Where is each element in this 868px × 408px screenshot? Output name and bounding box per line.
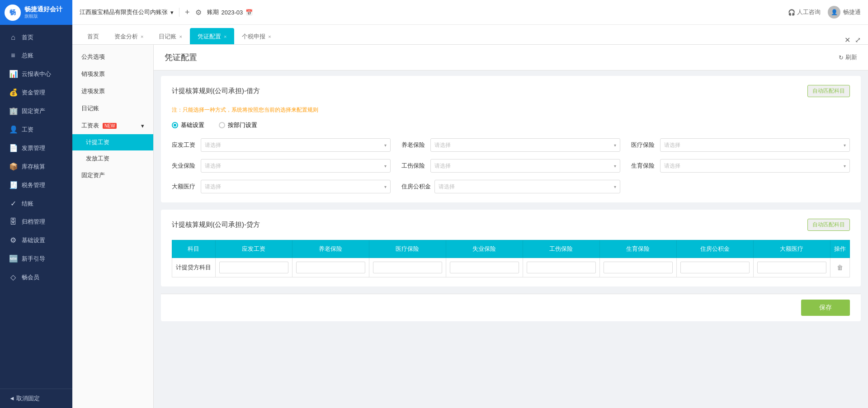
save-button[interactable]: 保存	[801, 300, 850, 316]
table-row: 计提贷方科目 🗑	[172, 258, 850, 277]
tab-tax[interactable]: 个税申报 ×	[234, 28, 278, 44]
sidebar-item-tax[interactable]: 🧾 税务管理	[0, 176, 72, 194]
yingfa-select[interactable]: 请选择 ▾	[201, 138, 391, 152]
sidebar-item-assets[interactable]: 🏢 固定资产	[0, 102, 72, 120]
cell-gongshang[interactable]	[523, 258, 599, 277]
sidebar-item-funds[interactable]: 💰 资金管理	[0, 83, 72, 102]
sidebar-item-guide[interactable]: 🆕 新手引导	[0, 249, 72, 268]
expand-button[interactable]: ⤢	[855, 36, 861, 44]
cell-yiliao-input[interactable]	[373, 262, 442, 273]
cell-yingfa[interactable]	[215, 258, 292, 277]
chevron-down-icon: ▾	[614, 143, 616, 148]
new-badge: NEW	[103, 123, 117, 129]
sub-nav-salary-table[interactable]: 工资表 NEW ▾	[72, 117, 153, 134]
tab-actions: ✕ ⤢	[844, 36, 861, 44]
cell-daejiliao[interactable]	[753, 258, 830, 277]
period-selector[interactable]: 账期 2023-03 📅	[207, 8, 253, 16]
sidebar-item-label: 总账	[22, 52, 33, 60]
tab-journal[interactable]: 日记账 ×	[151, 28, 189, 44]
service-button[interactable]: 🎧 人工咨询	[788, 8, 821, 16]
daejiliao-select[interactable]: 请选择 ▾	[201, 180, 391, 193]
sub-nav-fixed-assets[interactable]: 固定资产	[72, 167, 153, 184]
close-icon[interactable]: ×	[179, 34, 182, 39]
sub-nav-journal[interactable]: 日记账	[72, 100, 153, 117]
period-value: 2023-03	[222, 9, 243, 16]
form-item-gongshang: 工伤保险 请选择 ▾	[401, 159, 620, 173]
sidebar-item-salary[interactable]: 👤 工资	[0, 120, 72, 139]
close-icon[interactable]: ×	[268, 34, 271, 39]
yiliao-select[interactable]: 请选择 ▾	[660, 138, 850, 152]
col-shiye: 失业保险	[446, 240, 523, 258]
table-header-row: 科目 应发工资 养老保险 医疗保险 失业保险 工伤保险 生育保险 住房公积金 大…	[172, 240, 850, 258]
close-tab-button[interactable]: ✕	[844, 36, 850, 44]
form-label: 生育保险	[631, 162, 656, 170]
company-selector[interactable]: 江西服宝精品有限责任公司内账张 ▾	[80, 8, 174, 16]
refresh-button[interactable]: ↻ 刷新	[839, 53, 857, 61]
topbar: 江西服宝精品有限责任公司内账张 ▾ + ⚙ 账期 2023-03 📅 🎧 人工咨…	[72, 0, 868, 25]
sidebar-item-member[interactable]: ◇ 畅会员	[0, 268, 72, 286]
yanglao-select[interactable]: 请选择 ▾	[430, 138, 620, 152]
sidebar-item-invoice[interactable]: 📄 发票管理	[0, 139, 72, 157]
cell-daejiliao-input[interactable]	[757, 262, 826, 273]
close-icon[interactable]: ×	[141, 34, 143, 39]
sidebar-item-label: 归档管理	[22, 218, 45, 226]
user-info[interactable]: 👤 畅捷通	[828, 6, 861, 19]
cell-zhufang-input[interactable]	[680, 262, 750, 273]
cell-yanglao-input[interactable]	[296, 262, 365, 273]
page-header: 凭证配置 ↻ 刷新	[154, 45, 868, 70]
sidebar-item-ledger[interactable]: ≡ 总账	[0, 47, 72, 65]
tab-label: 资金分析	[114, 33, 138, 41]
col-action: 操作	[830, 240, 849, 258]
sub-nav-calc-salary[interactable]: 计提工资	[72, 134, 153, 150]
auto-match-credit-button[interactable]: 自动匹配科目	[807, 219, 850, 231]
add-tab-button[interactable]: +	[185, 8, 190, 17]
cell-shengyu-input[interactable]	[604, 262, 673, 273]
sidebar-unpin-button[interactable]: ◄ 取消固定	[0, 389, 72, 408]
cell-yanglao[interactable]	[292, 258, 369, 277]
main-content: 凭证配置 ↻ 刷新 计提核算规则(公司承担)-借方 自动匹配科目 注：只能选择一…	[154, 45, 868, 408]
sub-nav-sales[interactable]: 销项发票	[72, 66, 153, 83]
shiye-select[interactable]: 请选择 ▾	[201, 159, 391, 173]
gongshang-select[interactable]: 请选择 ▾	[430, 159, 620, 173]
form-item-shengyu: 生育保险 请选择 ▾	[631, 159, 850, 173]
sub-nav-purchase[interactable]: 进项发票	[72, 83, 153, 100]
zhufang-select[interactable]: 请选择 ▾	[434, 180, 620, 193]
sidebar-item-settings[interactable]: ⚙ 基础设置	[0, 231, 72, 249]
sidebar-item-home[interactable]: ⌂ 首页	[0, 28, 72, 47]
cell-shengyu[interactable]	[599, 258, 676, 277]
settings-icon: ⚙	[9, 236, 17, 244]
sub-nav-pay-salary[interactable]: 发放工资	[72, 150, 153, 167]
radio-dept[interactable]: 按部门设置	[219, 121, 257, 129]
cell-shiye-input[interactable]	[450, 262, 519, 273]
tab-home[interactable]: 首页	[80, 28, 107, 44]
tab-funds[interactable]: 资金分析 ×	[107, 28, 151, 44]
cell-yingfa-input[interactable]	[219, 262, 288, 273]
period-label: 账期	[207, 8, 219, 16]
cell-gongshang-input[interactable]	[527, 262, 596, 273]
col-yingfa: 应发工资	[215, 240, 292, 258]
col-yanglao: 养老保险	[292, 240, 369, 258]
placeholder: 请选择	[205, 162, 221, 170]
logo-icon: 畅	[5, 5, 21, 21]
tab-voucher[interactable]: 凭证配置 ×	[190, 28, 234, 44]
auto-match-debit-button[interactable]: 自动匹配科目	[807, 85, 850, 97]
chevron-down-icon: ▾	[844, 164, 846, 169]
sub-nav-public[interactable]: 公共选项	[72, 48, 153, 66]
form-label: 失业保险	[172, 162, 197, 170]
sidebar-item-archive[interactable]: 🗄 归档管理	[0, 213, 72, 231]
cell-shiye[interactable]	[446, 258, 523, 277]
placeholder: 请选择	[664, 141, 680, 149]
placeholder: 请选择	[205, 141, 221, 149]
form-item-daejiliao: 大额医疗 请选择 ▾	[172, 180, 391, 193]
sidebar-item-reports[interactable]: 📊 云报表中心	[0, 65, 72, 83]
shengyu-select[interactable]: 请选择 ▾	[660, 159, 850, 173]
cell-yiliao[interactable]	[369, 258, 446, 277]
sidebar-item-inventory[interactable]: 📦 库存核算	[0, 157, 72, 176]
close-icon[interactable]: ×	[224, 34, 226, 39]
cell-zhufang[interactable]	[676, 258, 753, 277]
sidebar-logo: 畅 畅捷通好会计 旗舰版	[0, 0, 72, 25]
settings-button[interactable]: ⚙	[195, 8, 202, 17]
sidebar-item-close[interactable]: ✓ 结账	[0, 194, 72, 213]
radio-basic[interactable]: 基础设置	[172, 121, 204, 129]
delete-row-button[interactable]: 🗑	[837, 264, 843, 271]
